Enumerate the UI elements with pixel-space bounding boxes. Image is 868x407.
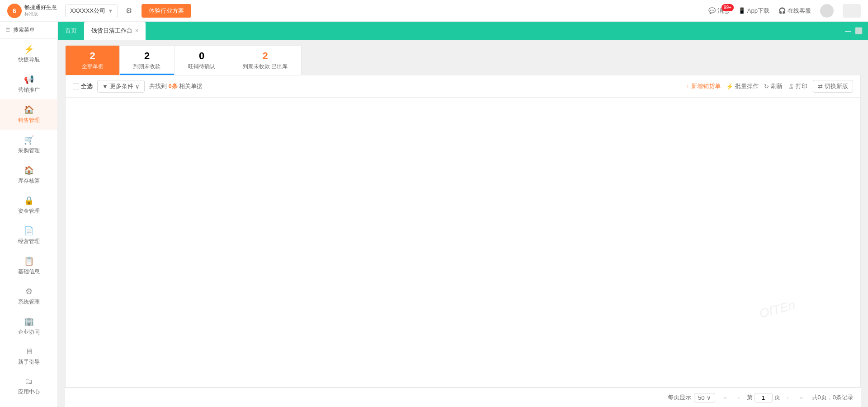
- tab-minimize-btn[interactable]: —: [845, 27, 851, 34]
- logo-sub: 标准版: [24, 11, 57, 17]
- stats-tab-pending[interactable]: 0 旺铺待确认: [175, 46, 229, 75]
- print-button[interactable]: 🖨 打印: [788, 82, 807, 90]
- header-right: 💬 消息 99+ 📱 App下载 🎧 在线客服: [708, 4, 861, 18]
- sidebar-item-wechat[interactable]: 💬 企业微信: [0, 401, 57, 407]
- filter-button[interactable]: ▼ 更多条件 ∨: [97, 80, 145, 93]
- stats-count-pending: 0: [199, 50, 204, 62]
- tab-maximize-btn[interactable]: ⬜: [855, 27, 863, 34]
- sidebar: ☰ 搜索菜单 ⚡ 快捷导航 📢 营销推广 🏠 销售管理 🛒 采购管理 🏠 库存核…: [0, 22, 58, 407]
- search-menu-label: 搜索菜单: [13, 26, 35, 34]
- sidebar-item-marketing[interactable]: 📢 营销推广: [0, 69, 57, 99]
- switch-icon: ⇄: [818, 83, 823, 90]
- refresh-button[interactable]: ↻ 刷新: [764, 82, 783, 90]
- avatar[interactable]: [820, 4, 834, 18]
- logo-name: 畅捷通好生意: [24, 4, 57, 11]
- app-download-label: App下载: [747, 7, 769, 15]
- next-page-icon: ›: [787, 394, 788, 401]
- sidebar-label-sales: 销售管理: [18, 117, 40, 124]
- page-size-select-box[interactable]: 50 ∨: [694, 393, 715, 402]
- stats-count-all: 2: [90, 50, 95, 62]
- company-dropdown-icon: ▼: [108, 8, 113, 14]
- toolbar: 全选 ▼ 更多条件 ∨ 共找到 0条 相关单据 + 新增销货单: [65, 75, 861, 98]
- sidebar-item-purchase[interactable]: 🛒 采购管理: [0, 130, 57, 160]
- next-page-button[interactable]: ›: [782, 392, 794, 403]
- sidebar-item-basic-info[interactable]: 📋 基础信息: [0, 251, 57, 281]
- stats-tab-overdue[interactable]: 2 到期未收款: [120, 46, 175, 75]
- purchase-icon: 🛒: [24, 135, 34, 145]
- add-order-button[interactable]: + 新增销货单: [686, 82, 721, 90]
- sidebar-item-sales[interactable]: 🏠 销售管理: [0, 99, 57, 130]
- logo: 6 畅捷通好生意 标准版: [7, 4, 65, 18]
- refresh-label: 刷新: [771, 82, 783, 90]
- sidebar-item-system[interactable]: ⚙ 系统管理: [0, 281, 57, 311]
- stats-tabs: 2 全部单据 2 到期未收款 0 旺铺待确认 2 到期未收款 已出库: [65, 45, 302, 75]
- sidebar-item-inventory[interactable]: 🏠 库存核算: [0, 160, 57, 190]
- switch-version-button[interactable]: ⇄ 切换新版: [813, 80, 853, 93]
- settings-button[interactable]: ⚙: [122, 4, 136, 18]
- stats-label-pending: 旺铺待确认: [188, 63, 215, 70]
- sidebar-label-marketing: 营销推广: [18, 86, 40, 94]
- sidebar-item-quick-nav[interactable]: ⚡ 快捷导航: [0, 39, 57, 69]
- page-label: 第: [747, 393, 753, 402]
- found-prefix: 共找到: [149, 83, 167, 89]
- page-size-arrow-icon: ∨: [707, 394, 711, 401]
- sidebar-item-finance[interactable]: 🔒 资金管理: [0, 190, 57, 220]
- sidebar-item-app-center[interactable]: 🗂 应用中心: [0, 371, 57, 401]
- sidebar-label-system: 系统管理: [18, 298, 40, 306]
- pagination-bar: 每页显示 50 ∨ « ‹ 第 页: [65, 388, 861, 407]
- header: 6 畅捷通好生意 标准版 XXXXXX公司 ▼ ⚙ 体验行业方案 💬 消息 99…: [0, 0, 868, 22]
- company-name: XXXXXX公司: [70, 7, 105, 15]
- toolbar-right: + 新增销货单 ⚡ 批量操作 ↻ 刷新 🖨 打印 ⇄: [686, 80, 853, 93]
- service-icon: 🎧: [778, 7, 786, 14]
- batch-label: 批量操作: [735, 82, 759, 90]
- page-navigation: « ‹ 第 页 › »: [720, 392, 807, 403]
- tab-workbench[interactable]: 钱货日清工作台 ×: [84, 22, 146, 40]
- online-service-label: 在线客服: [788, 7, 811, 15]
- sidebar-item-enterprise[interactable]: 🏢 企业协同: [0, 311, 57, 342]
- select-all-checkbox[interactable]: 全选: [73, 82, 93, 90]
- first-page-button[interactable]: «: [720, 392, 731, 403]
- sidebar-item-operation[interactable]: 📄 经营管理: [0, 220, 57, 251]
- first-page-icon: «: [724, 394, 727, 401]
- page-number-input[interactable]: [755, 393, 773, 402]
- message-button[interactable]: 💬 消息 99+: [708, 7, 729, 15]
- found-count: 0条: [169, 83, 178, 89]
- search-menu-item[interactable]: ☰ 搜索菜单: [0, 22, 57, 39]
- message-icon: 💬: [708, 7, 716, 14]
- sidebar-label-app-center: 应用中心: [18, 388, 40, 396]
- online-service-button[interactable]: 🎧 在线客服: [778, 7, 811, 15]
- company-selector[interactable]: XXXXXX公司 ▼: [65, 5, 118, 17]
- page-size-selector: 每页显示 50 ∨: [668, 393, 715, 402]
- filter-arrow-icon: ∨: [135, 83, 140, 90]
- stats-tab-overdue-out[interactable]: 2 到期未收款 已出库: [229, 46, 301, 75]
- sidebar-label-operation: 经营管理: [18, 238, 40, 245]
- settings-icon: ⚙: [126, 6, 132, 15]
- tab-home[interactable]: 首页: [58, 22, 84, 40]
- stats-tab-all[interactable]: 2 全部单据: [66, 46, 120, 75]
- batch-icon: ⚡: [726, 83, 733, 90]
- checkbox-box: [73, 83, 79, 89]
- print-label: 打印: [796, 82, 807, 90]
- app-download-button[interactable]: 📱 App下载: [738, 7, 769, 15]
- tab-close-icon[interactable]: ×: [135, 28, 138, 34]
- page-size-value: 50: [698, 394, 704, 401]
- search-icon: ☰: [5, 27, 10, 33]
- batch-action-button[interactable]: ⚡ 批量操作: [726, 82, 759, 90]
- stats-count-overdue-out: 2: [263, 50, 268, 62]
- stats-label-overdue-out: 到期未收款 已出库: [243, 63, 288, 70]
- toolbar-left: 全选 ▼ 更多条件 ∨ 共找到 0条 相关单据: [73, 80, 681, 93]
- found-suffix: 相关单据: [179, 83, 203, 89]
- user-name[interactable]: [843, 4, 861, 18]
- sidebar-item-guide[interactable]: 🖥 新手引导: [0, 342, 57, 371]
- switch-label: 切换新版: [825, 82, 848, 90]
- marketing-icon: 📢: [24, 75, 34, 84]
- refresh-icon: ↻: [764, 83, 769, 90]
- last-page-button[interactable]: »: [796, 392, 807, 403]
- print-icon: 🖨: [788, 83, 794, 90]
- enterprise-icon: 🏢: [24, 317, 34, 327]
- message-badge: 99+: [722, 4, 734, 11]
- sidebar-label-quick-nav: 快捷导航: [18, 56, 40, 64]
- prev-page-button[interactable]: ‹: [733, 392, 745, 403]
- industry-button[interactable]: 体验行业方案: [142, 4, 191, 18]
- prev-page-icon: ‹: [738, 394, 740, 401]
